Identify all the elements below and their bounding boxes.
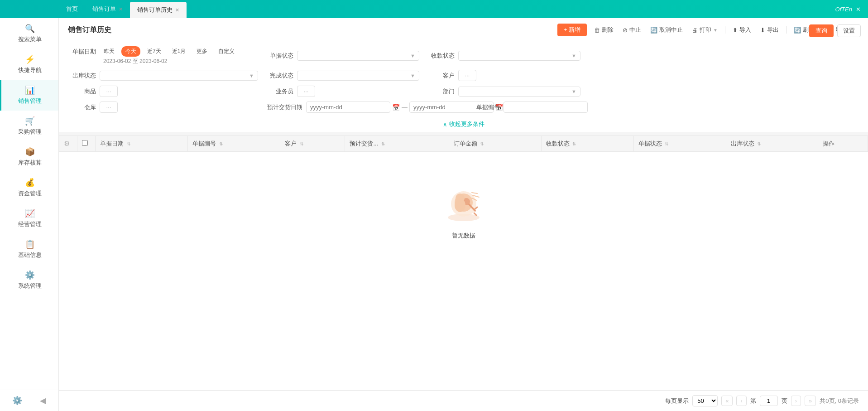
sales-mgmt-icon: 📊 [25,85,35,95]
sidebar-item-quick-nav[interactable]: ⚡ 快捷导航 [0,49,58,80]
next-page-button[interactable]: › [791,396,801,406]
sort-stock-out-icon[interactable]: ⇅ [757,141,761,146]
sidebar-item-finance[interactable]: 💰 资金管理 [0,172,58,203]
th-stock-out: 出库状态 ⇅ [726,136,818,152]
th-settings: ⚙ [59,136,77,152]
new-button[interactable]: + 新增 [557,24,587,36]
tab-sales-order[interactable]: 销售订单 ✕ [85,0,130,18]
delivery-date-start[interactable] [306,102,390,113]
sidebar-item-inventory[interactable]: 📦 库存核算 [0,141,58,172]
date-btn-1month[interactable]: 近1月 [168,46,190,57]
date-btn-7days[interactable]: 近7天 [143,46,165,57]
filter-row-3: 商品 ··· 业务员 ··· 部门 ▼ [68,86,859,97]
delete-button[interactable]: 🗑 删除 [592,24,615,36]
table-settings-icon[interactable]: ⚙ [64,140,70,147]
sidebar-label-search-menu: 搜索菜单 [18,35,42,44]
product-label: 商品 [68,87,100,96]
sidebar-label-quick-nav: 快捷导航 [18,66,42,74]
sort-customer-icon[interactable]: ⇅ [300,141,303,146]
th-order-no: 单据编号 ⇅ [187,136,280,152]
th-order-status-label: 单据状态 [638,140,662,147]
cancel-stop-button[interactable]: 🔄 取消中止 [648,24,685,36]
warehouse-dots[interactable]: ··· [100,102,118,113]
date-btn-custom[interactable]: 自定义 [214,46,239,57]
toolbar: + 新增 🗑 删除 ⊘ 中止 🔄 取消中止 🖨 [557,24,859,36]
date-btn-more[interactable]: 更多 [192,46,211,57]
export-button[interactable]: ⬇ 导出 [758,24,781,36]
page-title-row: 销售订单历史 + 新增 🗑 删除 ⊘ 中止 🔄 取消中止 [59,18,868,36]
toolbar-divider-2 [786,26,786,34]
sort-delivery-icon[interactable]: ⇅ [381,141,385,146]
date-btn-yesterday[interactable]: 昨天 [100,46,119,57]
base-info-icon: 📋 [25,239,35,249]
date-btn-today[interactable]: 今天 [121,46,140,57]
stop-button[interactable]: ⊘ 中止 [621,24,643,36]
sort-order-no-icon[interactable]: ⇅ [219,141,223,146]
page-input[interactable] [760,396,778,406]
th-payment-status: 收款状态 ⇅ [541,136,633,152]
department-select[interactable]: ▼ [458,87,580,97]
print-arrow-icon: ▼ [713,28,718,33]
th-date: 单据日期 ⇅ [96,136,188,152]
empty-row: 暂无数据 [59,152,868,267]
top-bar-close[interactable]: ✕ [856,6,861,13]
last-page-button[interactable]: » [805,396,816,406]
total-text: 共0页, 0条记录 [820,397,859,405]
sort-date-icon[interactable]: ⇅ [127,141,130,146]
th-order-status: 单据状态 ⇅ [633,136,726,152]
sidebar-item-purchase-mgmt[interactable]: 🛒 采购管理 [0,111,58,141]
query-button[interactable]: 查询 [809,24,834,37]
th-customer: 客户 ⇅ [280,136,345,152]
import-button[interactable]: ⬆ 导入 [731,24,753,36]
per-page-select[interactable]: 50 100 200 [692,395,718,406]
sidebar-item-base-info[interactable]: 📋 基础信息 [0,234,58,265]
cancel-stop-label: 取消中止 [659,26,683,34]
product-dots[interactable]: ··· [100,86,118,97]
first-page-button[interactable]: « [721,396,733,406]
collapse-row[interactable]: ∧ 收起更多条件 [68,117,859,132]
empty-cell: 暂无数据 [59,152,868,267]
operations-icon: 📈 [25,208,35,218]
toolbar-divider-1 [725,26,725,34]
sidebar-item-sys-mgmt[interactable]: ⚙️ 系统管理 [0,265,58,295]
print-button[interactable]: 🖨 打印 ▼ [690,24,719,36]
sidebar-label-base-info: 基础信息 [18,251,42,259]
complete-select[interactable]: ▼ [297,71,419,81]
tab-sales-order-history[interactable]: 销售订单历史 ✕ [130,2,187,18]
customer-dots[interactable]: ··· [458,70,476,81]
refresh-icon: 🔄 [794,27,801,34]
department-arrow-icon: ▼ [571,89,576,94]
sort-amount-icon[interactable]: ⇅ [480,141,484,146]
th-order-no-label: 单据编号 [192,140,216,147]
tab-sales-order-history-close[interactable]: ✕ [175,7,179,13]
stock-out-select[interactable]: ▼ [100,71,258,81]
prev-page-button[interactable]: ‹ [736,396,746,406]
settings-button[interactable]: 设置 [837,24,861,37]
calendar-start-icon[interactable]: 📅 [392,104,400,111]
tab-sales-order-close[interactable]: ✕ [119,6,123,12]
th-stock-out-label: 出库状态 [731,140,754,147]
settings-bottom-icon[interactable]: ⚙️ [12,396,22,406]
sort-order-status-icon[interactable]: ⇅ [665,141,668,146]
tab-home[interactable]: 首页 [59,0,85,18]
sort-payment-icon[interactable]: ⇅ [572,141,576,146]
tab-sales-order-history-label: 销售订单历史 [137,6,173,14]
salesperson-dots[interactable]: ··· [297,86,315,97]
delivery-date-label: 预计交货日期 [265,103,306,111]
table-header-row: ⚙ 单据日期 ⇅ 单据编号 ⇅ [59,136,868,152]
sidebar-item-operations[interactable]: 📈 经营管理 [0,203,58,234]
department-label: 部门 [427,87,458,96]
date-dash: — [402,104,408,111]
stock-out-arrow-icon: ▼ [249,73,254,78]
collapse-sidebar-icon[interactable]: ◀ [40,396,46,406]
payment-status-select[interactable]: ▼ [458,51,580,61]
sidebar-item-search-menu[interactable]: 🔍 搜索菜单 [0,18,58,49]
order-no-input[interactable] [504,102,588,113]
tab-sales-order-label: 销售订单 [92,5,116,13]
select-all-checkbox[interactable] [82,140,88,146]
sidebar-label-inventory: 库存核算 [18,159,42,167]
stop-icon: ⊘ [623,27,628,34]
order-status-select[interactable]: ▼ [297,51,419,61]
stock-out-label: 出库状态 [68,72,100,80]
sidebar-item-sales-mgmt[interactable]: 📊 销售管理 [0,80,58,111]
